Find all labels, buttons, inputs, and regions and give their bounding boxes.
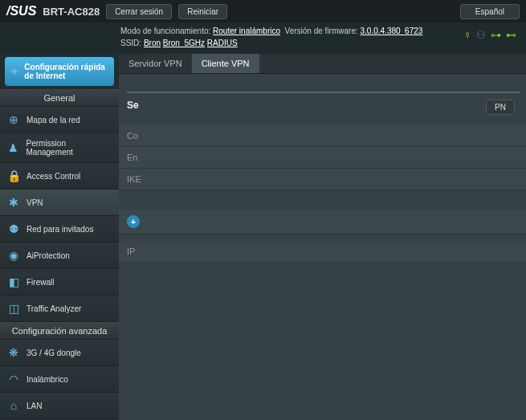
tabs: Servidor VPN Cliente VPN <box>119 54 526 74</box>
lock-icon: 🔒 <box>6 169 21 183</box>
nav-vpn[interactable]: ✱VPN <box>0 190 119 216</box>
section-advanced: Configuración avanzada <box>0 322 119 340</box>
brand-logo: /SUS <box>6 4 36 18</box>
nav-firewall[interactable]: ◧Firewall <box>0 269 119 296</box>
globe-icon: ⊕ <box>6 112 21 127</box>
lan-icon: ⌂ <box>6 398 21 413</box>
ssid-3[interactable]: RADIUS <box>207 39 238 47</box>
model-name: BRT-AC828 <box>43 6 100 18</box>
nav-lan[interactable]: ⌂LAN <box>0 393 119 419</box>
usb-icon[interactable]: ⊶ <box>491 27 501 43</box>
section-quick-select: Quick Select <box>128 92 519 93</box>
bulb-icon[interactable]: ♀ <box>463 27 471 43</box>
vpn-icon: ✱ <box>6 195 21 210</box>
usb2-icon[interactable]: ⊷ <box>506 27 516 43</box>
nav-permission[interactable]: ♟Permission Management <box>0 133 119 163</box>
top-bar: /SUS BRT-AC828 Cerrar sesión Reiniciar E… <box>0 0 526 22</box>
shield-icon: ◉ <box>6 248 21 263</box>
nav-3g4g[interactable]: ❋3G / 4G dongle <box>0 340 119 366</box>
main-content: Servidor VPN Cliente VPN Se PN Co En IKE… <box>119 54 526 420</box>
nav-traffic[interactable]: ◫Traffic Analyzer <box>0 296 119 322</box>
nav-wireless[interactable]: ◠Inalámbrico <box>0 366 119 393</box>
ssid-2[interactable]: Bron_5GHz <box>163 39 205 47</box>
users-icon[interactable]: ⚇ <box>476 27 486 43</box>
firmware-link[interactable]: 3.0.0.4.380_6723 <box>361 27 423 35</box>
sidebar: ✦ Configuración rápida de Internet Gener… <box>0 54 119 420</box>
quick-setup-button[interactable]: ✦ Configuración rápida de Internet <box>5 57 114 86</box>
wand-icon: ✦ <box>10 64 19 79</box>
tab-vpn-server[interactable]: Servidor VPN <box>119 54 192 73</box>
logout-button[interactable]: Cerrar sesión <box>106 4 172 19</box>
nav-aiprotection[interactable]: ◉AiProtection <box>0 243 119 269</box>
op-mode-link[interactable]: Router inalámbrico <box>213 27 280 35</box>
wifi-icon: ◠ <box>6 372 21 386</box>
tab-vpn-client[interactable]: Cliente VPN <box>192 54 259 73</box>
status-icons: ♀ ⚇ ⊶ ⊷ <box>463 27 516 43</box>
language-select[interactable]: Español <box>460 4 520 19</box>
chart-icon: ◫ <box>6 301 21 316</box>
guest-icon: ⚉ <box>6 222 21 236</box>
status-bar: Modo de funcionamiento: Router inalámbri… <box>0 22 526 54</box>
user-icon: ♟ <box>6 141 21 155</box>
vpn-profile-modal: Quick Select VPN Type Net-to-Net VPN Ser… <box>127 92 520 93</box>
nav-access-control[interactable]: 🔒Access Control <box>0 163 119 190</box>
dongle-icon: ❋ <box>6 345 21 360</box>
reboot-button[interactable]: Reiniciar <box>178 4 227 19</box>
plus-icon[interactable]: + <box>127 215 140 228</box>
nav-network-map[interactable]: ⊕Mapa de la red <box>0 107 119 133</box>
section-general: General <box>0 89 119 107</box>
ssid-1[interactable]: Bron <box>144 39 161 47</box>
firewall-icon: ◧ <box>6 275 21 289</box>
nav-guest[interactable]: ⚉Red para invitados <box>0 216 119 243</box>
